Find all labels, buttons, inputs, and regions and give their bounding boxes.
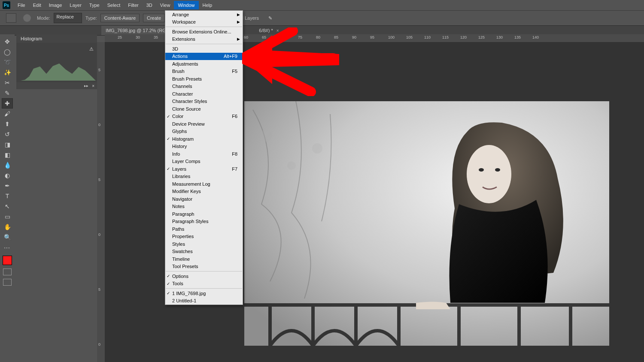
- quick-select-tool-icon[interactable]: ✨: [2, 68, 12, 77]
- menu-item-layers[interactable]: ✓LayersF7: [165, 165, 243, 173]
- menu-item-character[interactable]: Character: [165, 90, 243, 98]
- menu-item-1-img-7698-jpg[interactable]: ✓1 IMG_7698.jpg: [165, 290, 243, 297]
- workarea: ✥ ◯ ➰ ✨ ✂ ✎ ✚ 🖌 ⬆ ↺ ◨ ◧ 💧 ◐ ✒ T ↖ ▭ ✋ 🔍 …: [0, 34, 644, 362]
- menu-item-navigator[interactable]: Navigator: [165, 195, 243, 203]
- menu-view[interactable]: View: [156, 1, 174, 9]
- menu-item-label: 3D: [172, 46, 178, 51]
- pen-tool-icon[interactable]: ✒: [2, 181, 12, 190]
- blur-tool-icon[interactable]: 💧: [2, 160, 12, 170]
- mode-select[interactable]: Replace: [54, 13, 82, 23]
- menu-item-paths[interactable]: Paths: [165, 225, 243, 233]
- doc-tab-2[interactable]: 6/8#) * ×: [255, 26, 283, 35]
- menu-item-character-styles[interactable]: Character Styles: [165, 98, 243, 106]
- menu-item-paragraph[interactable]: Paragraph: [165, 210, 243, 218]
- ruler-tick: 60: [244, 35, 248, 39]
- menu-item-glyphs[interactable]: Glyphs: [165, 128, 243, 136]
- menu-type[interactable]: Type: [85, 1, 103, 9]
- menu-item-measurement-log[interactable]: Measurement Log: [165, 180, 243, 188]
- menu-item-label: Properties: [172, 234, 194, 239]
- doc-tab-label: IMG_7698.jpg @ 17.2% (RGB/8: [106, 28, 173, 33]
- menu-item-tools[interactable]: ✓Tools: [165, 280, 243, 288]
- menu-item-styles[interactable]: Styles: [165, 240, 243, 248]
- lasso-tool-icon[interactable]: ➰: [2, 57, 12, 67]
- menu-item-tool-presets[interactable]: Tool Presets: [165, 263, 243, 271]
- create-button[interactable]: Create: [143, 14, 165, 22]
- eyedropper-tool-icon[interactable]: ✎: [2, 88, 12, 98]
- ruler-tick: 95: [370, 35, 374, 39]
- brush-preset-icon[interactable]: [23, 14, 31, 22]
- more-tools-icon[interactable]: •••: [2, 243, 12, 252]
- menu-item-modifier-keys[interactable]: Modifier Keys: [165, 188, 243, 196]
- menu-item-arrange[interactable]: Arrange▶: [165, 11, 243, 18]
- menu-item-browse-extensions-online-[interactable]: Browse Extensions Online...: [165, 28, 243, 36]
- menu-item-info[interactable]: InfoF8: [165, 150, 243, 158]
- menu-window[interactable]: Window: [174, 1, 198, 9]
- menu-item-label: Browse Extensions Online...: [172, 29, 231, 34]
- stamp-tool-icon[interactable]: ⬆: [2, 119, 12, 129]
- eraser-tool-icon[interactable]: ◨: [2, 140, 12, 149]
- menu-item-libraries[interactable]: Libraries: [165, 173, 243, 181]
- pressure-icon[interactable]: ✎: [268, 15, 272, 21]
- svg-point-2: [260, 130, 272, 142]
- ruler-tick: 115: [442, 35, 449, 39]
- menu-layer[interactable]: Layer: [66, 1, 85, 9]
- histogram-chart: [16, 43, 97, 82]
- menu-item-histogram[interactable]: ✓Histogram: [165, 135, 243, 143]
- type-value-button[interactable]: Content-Aware: [100, 14, 140, 22]
- gradient-tool-icon[interactable]: ◧: [2, 150, 12, 160]
- menu-item-color[interactable]: ✓ColorF6: [165, 113, 243, 121]
- menu-item-device-preview[interactable]: Device Preview: [165, 120, 243, 128]
- crop-tool-icon[interactable]: ✂: [2, 78, 12, 87]
- foreground-color-swatch[interactable]: [3, 256, 12, 265]
- menu-item-2-untitled-1[interactable]: 2 Untitled-1: [165, 297, 243, 305]
- menu-item-history[interactable]: History: [165, 143, 243, 151]
- menu-item-workspace[interactable]: Workspace▶: [165, 18, 243, 26]
- brush-tool-icon[interactable]: 🖌: [2, 109, 12, 118]
- zoom-tool-icon[interactable]: 🔍: [2, 232, 12, 242]
- healing-tool-icon[interactable]: ✚: [2, 99, 12, 108]
- menu-item-timeline[interactable]: Timeline: [165, 255, 243, 263]
- history-brush-tool-icon[interactable]: ↺: [2, 130, 12, 139]
- ruler-tick: 85: [334, 35, 338, 39]
- menu-image[interactable]: Image: [45, 1, 66, 9]
- menu-separator: [166, 27, 242, 27]
- active-tool-icon[interactable]: [6, 13, 16, 23]
- path-select-tool-icon[interactable]: ↖: [2, 202, 12, 211]
- menu-item-paragraph-styles[interactable]: Paragraph Styles: [165, 218, 243, 226]
- menu-select[interactable]: Select: [103, 1, 125, 9]
- menu-item-brush[interactable]: BrushF5: [165, 68, 243, 75]
- histogram-warning-icon[interactable]: ⚠: [89, 46, 94, 52]
- collapse-panel-icon[interactable]: ▸▸: [84, 84, 88, 88]
- menu-item-layer-comps[interactable]: Layer Comps: [165, 158, 243, 166]
- dodge-tool-icon[interactable]: ◐: [2, 171, 12, 180]
- ruler-tick: 30: [136, 35, 140, 39]
- menu-item-3d[interactable]: 3D: [165, 45, 243, 53]
- move-tool-icon[interactable]: ✥: [2, 37, 12, 46]
- menu-item-properties[interactable]: Properties: [165, 233, 243, 241]
- menu-3d[interactable]: 3D: [143, 1, 156, 9]
- menu-item-brush-presets[interactable]: Brush Presets: [165, 75, 243, 83]
- menu-item-extensions[interactable]: Extensions▶: [165, 36, 243, 43]
- menu-help[interactable]: Help: [199, 1, 216, 9]
- menu-item-label: Info: [172, 151, 180, 157]
- menu-item-label: Layers: [172, 166, 186, 172]
- quick-mask-icon[interactable]: [3, 268, 12, 275]
- menu-item-adjustments[interactable]: Adjustments: [165, 60, 243, 68]
- screen-mode-icon[interactable]: [3, 279, 12, 286]
- close-panel-icon[interactable]: ×: [92, 84, 94, 88]
- shape-tool-icon[interactable]: ▭: [2, 212, 12, 221]
- menu-item-channels[interactable]: Channels: [165, 83, 243, 90]
- menu-item-swatches[interactable]: Swatches: [165, 248, 243, 256]
- menu-filter[interactable]: Filter: [124, 1, 142, 9]
- histogram-panel-tab[interactable]: Histogram: [16, 34, 97, 43]
- type-tool-icon[interactable]: T: [2, 191, 12, 201]
- menu-file[interactable]: File: [14, 1, 29, 9]
- menu-item-actions[interactable]: ActionsAlt+F9: [165, 53, 243, 60]
- menu-edit[interactable]: Edit: [29, 1, 45, 9]
- menu-item-options[interactable]: ✓Options: [165, 272, 243, 280]
- close-tab-icon[interactable]: ×: [276, 28, 279, 33]
- marquee-tool-icon[interactable]: ◯: [2, 47, 12, 57]
- menu-item-clone-source[interactable]: Clone Source: [165, 105, 243, 113]
- menu-item-notes[interactable]: Notes: [165, 203, 243, 211]
- hand-tool-icon[interactable]: ✋: [2, 222, 12, 232]
